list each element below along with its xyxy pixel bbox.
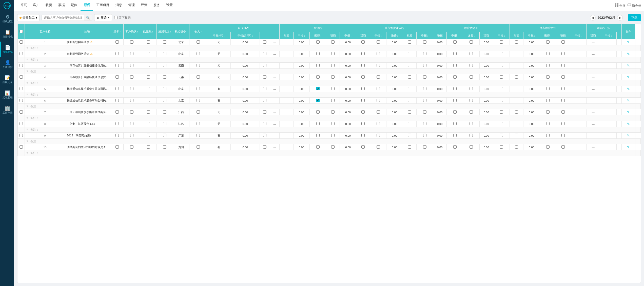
jy-shen-cb-0[interactable]: [470, 40, 473, 44]
zz-shen-cb-6[interactable]: [316, 110, 320, 114]
sidebar-item-gongshangnianbaos[interactable]: 🏢 工商年报: [0, 102, 14, 118]
row-checkbox-4[interactable]: [19, 87, 23, 90]
quereng-cb-0[interactable]: [147, 40, 150, 44]
jy5-cb-2[interactable]: [515, 64, 518, 67]
caiwu-year-cb-2[interactable]: [263, 64, 266, 67]
df-shen-cb-7[interactable]: [546, 122, 550, 125]
df-jiao-cb-5[interactable]: [561, 99, 565, 102]
caiwu-year-cb-1[interactable]: [263, 52, 266, 55]
employee-select[interactable]: 全部员工 ▾: [17, 14, 40, 21]
date-next-button[interactable]: ▶: [617, 15, 623, 21]
jy-shen-cb-4[interactable]: [470, 87, 473, 90]
jy5-cb-6[interactable]: [515, 110, 518, 114]
wanshuai-cb-5[interactable]: [163, 99, 166, 102]
sidebar-item-baoshuishezhi[interactable]: ⚙ 报税设置: [0, 11, 14, 26]
nav-home[interactable]: 首页: [17, 0, 30, 11]
zz5-cb-7[interactable]: [361, 122, 365, 125]
quereng-cb-1[interactable]: [147, 52, 150, 55]
jy4-cb-6[interactable]: [500, 110, 503, 114]
cs-jiao-cb-9[interactable]: [408, 145, 411, 149]
zz-jiao-cb-7[interactable]: [331, 122, 335, 125]
jy-cb-0[interactable]: [453, 40, 457, 44]
cs4-cb-2[interactable]: [423, 64, 426, 67]
nashuai-cb-1[interactable]: [115, 52, 119, 55]
df-shen-cb-9[interactable]: [546, 145, 550, 149]
jy-shen-cb-7[interactable]: [470, 122, 473, 125]
wanshuai-cb-2[interactable]: [163, 64, 166, 67]
zz-shen-cb-5[interactable]: [316, 99, 320, 102]
taxctrl-cb-7[interactable]: [197, 122, 200, 125]
qingka-cb-3[interactable]: [130, 75, 133, 79]
cs-cb-9[interactable]: [377, 145, 380, 149]
zz-jiao-cb-1[interactable]: [331, 52, 335, 55]
nashuai-cb-6[interactable]: [115, 110, 119, 114]
cs-cb-5[interactable]: [377, 99, 380, 102]
zz5-cb-3[interactable]: [361, 75, 365, 79]
jy-shen-cb-3[interactable]: [470, 75, 473, 79]
df-shen-cb-2[interactable]: [546, 64, 550, 67]
qingka-cb-6[interactable]: [130, 110, 133, 114]
nashuai-cb-0[interactable]: [115, 40, 119, 44]
nav-fuwu[interactable]: 服务: [150, 0, 163, 11]
jy4-cb-0[interactable]: [500, 40, 503, 44]
qingka-cb-4[interactable]: [130, 87, 133, 90]
cs-cb-8[interactable]: [377, 134, 380, 137]
nashuai-cb-4[interactable]: [115, 87, 119, 90]
jy5-cb-0[interactable]: [515, 40, 518, 44]
jy-shen-cb-8[interactable]: [470, 134, 473, 137]
nav-piaoju[interactable]: 票据: [55, 0, 68, 11]
caiwu-year-cb-3[interactable]: [263, 75, 266, 79]
wanshuai-cb-0[interactable]: [163, 40, 166, 44]
cs-jiao-cb-6[interactable]: [408, 110, 411, 114]
df-shen-cb-3[interactable]: [546, 75, 550, 79]
caiwu-year-cb-9[interactable]: [263, 145, 266, 149]
zz-jiao-cb-5[interactable]: [331, 99, 335, 102]
cs-jiao-cb-0[interactable]: [408, 40, 411, 44]
cs4-cb-1[interactable]: [423, 52, 426, 55]
cs4-cb-8[interactable]: [423, 134, 426, 137]
zz-shen-cb-3[interactable]: [316, 75, 320, 79]
cs-jiao-cb-7[interactable]: [408, 122, 411, 125]
caiwu-year-cb-5[interactable]: [263, 99, 266, 102]
df-jiao-cb-2[interactable]: [561, 64, 565, 67]
taxctrl-cb-3[interactable]: [197, 75, 200, 79]
nav-guanli[interactable]: 管理: [125, 0, 138, 11]
jy4-cb-2[interactable]: [500, 64, 503, 67]
sidebar-item-huizongmingxi[interactable]: 📊 汇总明细: [0, 87, 14, 102]
caiwu-year-cb-8[interactable]: [263, 134, 266, 137]
jy-shen-cb-2[interactable]: [470, 64, 473, 67]
edit-icon-5[interactable]: ✎: [627, 99, 630, 102]
cs4-cb-4[interactable]: [423, 87, 426, 90]
taxctrl-cb-0[interactable]: [197, 40, 200, 44]
nav-jizhang[interactable]: 记账: [68, 0, 81, 11]
df-shen-cb-4[interactable]: [546, 87, 550, 90]
zz-jiao-cb-2[interactable]: [331, 64, 335, 67]
cs-cb-6[interactable]: [377, 110, 380, 114]
nashuai-cb-8[interactable]: [115, 134, 119, 137]
select-all-checkbox[interactable]: [19, 30, 23, 33]
sidebar-item-baoshujilunav[interactable]: 📝 报税记录: [0, 72, 14, 87]
df-jiao-cb-7[interactable]: [561, 122, 565, 125]
row-checkbox-7[interactable]: [19, 122, 23, 125]
jy5-cb-7[interactable]: [515, 122, 518, 125]
cs-jiao-cb-1[interactable]: [408, 52, 411, 55]
row-checkbox-6[interactable]: [19, 110, 23, 114]
filter-button[interactable]: ⊞ 筛选 ▾: [94, 14, 112, 21]
qingka-cb-5[interactable]: [130, 99, 133, 102]
row-checkbox-2[interactable]: [19, 64, 23, 67]
edit-icon-8[interactable]: ✎: [627, 134, 630, 137]
zz-shen-cb-2[interactable]: [316, 64, 320, 67]
taxctrl-cb-1[interactable]: [197, 52, 200, 55]
zz-shen-cb-0[interactable]: [316, 40, 320, 44]
edit-icon-2[interactable]: ✎: [627, 64, 630, 67]
cs4-cb-9[interactable]: [423, 145, 426, 149]
taxctrl-cb-8[interactable]: [197, 134, 200, 137]
fullscreen-btn[interactable]: 全屏: [615, 3, 625, 8]
edit-icon-1[interactable]: ✎: [627, 52, 630, 56]
date-prev-button[interactable]: ◀: [590, 15, 596, 21]
jy4-cb-9[interactable]: [500, 145, 503, 149]
row-checkbox-1[interactable]: [19, 52, 23, 55]
zz5-cb-0[interactable]: [361, 40, 365, 44]
sidebar-item-piliangshuibao[interactable]: 📋 批量报税: [0, 26, 14, 42]
jy-shen-cb-1[interactable]: [470, 52, 473, 55]
